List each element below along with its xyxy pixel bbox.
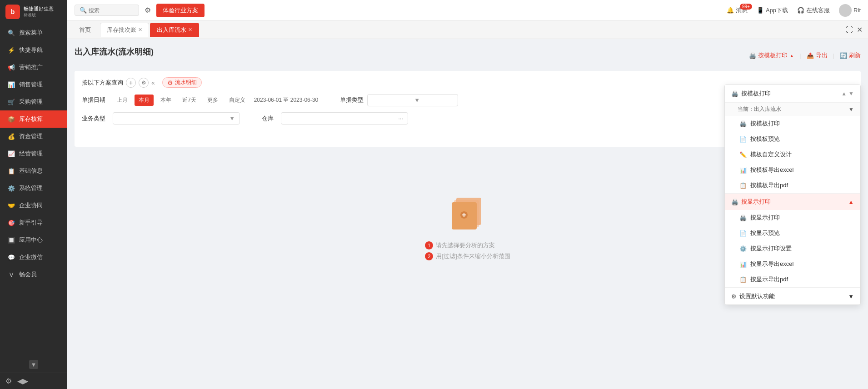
tip-num-1: 1 bbox=[425, 241, 433, 249]
empty-tip-2: 2 用[过滤]条件来缩小分析范围 bbox=[425, 252, 510, 260]
sidebar-collapse-button[interactable]: ◀▶ bbox=[17, 377, 28, 385]
app-download-button[interactable]: 📱 App下载 bbox=[757, 6, 788, 15]
notifications-button[interactable]: 🔔 消息 99+ bbox=[727, 6, 748, 15]
tip-text-1: 请先选择要分析的方案 bbox=[436, 241, 495, 249]
industry-btn[interactable]: 体验行业方案 bbox=[156, 4, 205, 17]
sidebar-item-label: 资金管理 bbox=[19, 132, 43, 140]
filter-add-button[interactable]: + bbox=[126, 78, 136, 88]
sidebar-item-label: 快捷导航 bbox=[19, 46, 43, 54]
chevron-down-icon: ▼ bbox=[414, 97, 453, 104]
sidebar-item-operation[interactable]: 📈 经营管理 bbox=[0, 145, 67, 162]
date-btn-more[interactable]: 更多 bbox=[203, 95, 222, 106]
sidebar-settings-button[interactable]: ⚙ bbox=[5, 377, 12, 385]
search-input[interactable] bbox=[89, 7, 134, 14]
chevron-down-dropdown[interactable]: ▼ bbox=[848, 90, 854, 97]
sidebar-item-search[interactable]: 🔍 搜索菜单 bbox=[0, 24, 67, 41]
pdf-icon: 📋 bbox=[739, 182, 747, 189]
chevron-up-dropdown[interactable]: ▲ bbox=[841, 90, 847, 97]
sidebar-item-enterprise[interactable]: 🤝 企业协同 bbox=[0, 197, 67, 214]
display-pdf-item[interactable]: 📋 按显示导出pdf bbox=[725, 272, 860, 287]
sidebar-item-guide[interactable]: 🎯 新手引导 bbox=[0, 214, 67, 231]
filter-settings-button[interactable]: ⚙ bbox=[139, 78, 149, 88]
empty-state-icon bbox=[445, 189, 490, 234]
dropdown-current-item[interactable]: 当前：出入库流水 ▼ bbox=[725, 103, 860, 116]
online-service-button[interactable]: 🎧 在线客服 bbox=[797, 6, 830, 15]
template-custom-item[interactable]: ✏️ 模板自定义设计 bbox=[725, 147, 860, 162]
tab-maximize-icon[interactable]: ⛶ bbox=[846, 26, 853, 34]
display-settings-item[interactable]: ⚙️ 按显示打印设置 bbox=[725, 241, 860, 256]
sidebar-item-marketing[interactable]: 📢 营销推广 bbox=[0, 59, 67, 76]
business-type-label: 业务类型 bbox=[82, 115, 105, 123]
purchase-icon: 🛒 bbox=[7, 98, 15, 106]
doc-type-field[interactable]: ▼ bbox=[367, 94, 458, 106]
display-section-header[interactable]: 🖨️ 按显示打印 ▲ bbox=[725, 194, 860, 210]
print-template-button[interactable]: 🖨️ 按模板打印 ▲ bbox=[749, 51, 794, 60]
printer-icon: 🖨️ bbox=[749, 52, 756, 59]
template-print-item[interactable]: 🖨️ 按模板打印 bbox=[725, 116, 860, 131]
tab-close-all-icon[interactable]: ✕ bbox=[857, 25, 863, 34]
main-content: 🔍 ⚙ 体验行业方案 🔔 消息 99+ 📱 App下载 🎧 在线客服 bbox=[67, 0, 868, 389]
filter-collapse-icon[interactable]: « bbox=[151, 79, 155, 86]
toolbar-separator2: | bbox=[833, 52, 834, 59]
inventory-icon: 📦 bbox=[7, 115, 15, 123]
date-btn-this-month[interactable]: 本月 bbox=[135, 95, 154, 106]
sidebar-item-label: 应用中心 bbox=[19, 236, 43, 244]
headset-icon: 🎧 bbox=[797, 7, 804, 14]
sidebar-item-sales[interactable]: 📊 销售管理 bbox=[0, 76, 67, 93]
sidebar-item-app-center[interactable]: 🔲 应用中心 bbox=[0, 231, 67, 249]
template-pdf-item[interactable]: 📋 按模板导出pdf bbox=[725, 178, 860, 193]
export-label: 导出 bbox=[816, 51, 828, 60]
sidebar-item-inventory[interactable]: 📦 库存核算 bbox=[0, 110, 67, 128]
doc-type-label: 单据类型 bbox=[340, 96, 364, 104]
sidebar-item-finance[interactable]: 💰 资金管理 bbox=[0, 128, 67, 145]
chevron-down-footer: ▼ bbox=[848, 293, 854, 300]
sidebar-item-purchase[interactable]: 🛒 采购管理 bbox=[0, 93, 67, 110]
dropdown-footer[interactable]: ⚙ 设置默认功能 ▼ bbox=[725, 288, 860, 304]
template-preview-item[interactable]: 📄 按模板预览 bbox=[725, 131, 860, 147]
tab-active-close[interactable]: ✕ bbox=[188, 27, 192, 33]
tip-num-2: 2 bbox=[425, 252, 433, 260]
operation-icon: 📈 bbox=[7, 150, 15, 158]
date-group: 上月 本月 本年 近7天 更多 自定义 2023-06-01 至 2023-06… bbox=[113, 95, 318, 106]
sidebar-item-basic[interactable]: 📋 基础信息 bbox=[0, 162, 67, 180]
display-excel-item[interactable]: 📊 按显示导出excel bbox=[725, 256, 860, 272]
search-box[interactable]: 🔍 bbox=[75, 5, 139, 16]
display-print-item[interactable]: 🖨️ 按显示打印 bbox=[725, 210, 860, 225]
filter-tag[interactable]: ⚙ 流水明细 bbox=[162, 77, 202, 88]
edit-icon: ✏️ bbox=[739, 151, 747, 158]
date-btn-custom[interactable]: 自定义 bbox=[225, 95, 249, 106]
topbar-settings-icon[interactable]: ⚙ bbox=[143, 4, 153, 16]
sidebar-item-wechat[interactable]: 💬 企业微信 bbox=[0, 249, 67, 266]
tab-batch[interactable]: 库存批次账 ✕ bbox=[100, 23, 149, 37]
chevron-up-icon: ▲ bbox=[789, 53, 794, 58]
settings-footer-icon: ⚙ bbox=[731, 293, 737, 300]
tab-active[interactable]: 出入库流水 ✕ bbox=[150, 23, 199, 37]
sidebar-item-label: 经营管理 bbox=[19, 150, 43, 158]
warehouse-field[interactable]: ··· bbox=[281, 112, 408, 125]
warehouse-label: 仓库 bbox=[262, 115, 274, 123]
sidebar-item-quick-nav[interactable]: ⚡ 快捷导航 bbox=[0, 41, 67, 59]
export-button[interactable]: 📤 导出 bbox=[807, 51, 828, 60]
date-btn-this-year[interactable]: 本年 bbox=[156, 95, 175, 106]
template-excel-item[interactable]: 📊 按模板导出excel bbox=[725, 162, 860, 178]
tab-home[interactable]: 首页 bbox=[73, 23, 97, 37]
print-icon: 🖨️ bbox=[731, 90, 738, 97]
refresh-button[interactable]: 🔄 刷新 bbox=[840, 51, 861, 60]
user-avatar-area[interactable]: Rit bbox=[839, 4, 861, 17]
dropdown-header: 🖨️ 按模板打印 ▲ ▼ bbox=[725, 85, 860, 103]
tab-batch-close[interactable]: ✕ bbox=[138, 27, 142, 33]
date-btn-last-month[interactable]: 上月 bbox=[113, 95, 132, 106]
filter-actions: 按以下方案查询 + ⚙ « bbox=[82, 78, 155, 88]
printer-icon3: 🖨️ bbox=[731, 199, 738, 205]
dropdown-arrows: ▲ ▼ bbox=[841, 90, 854, 97]
sidebar-scroll-down[interactable]: ▼ bbox=[29, 360, 38, 369]
sidebar-item-vip[interactable]: V 畅会员 bbox=[0, 266, 67, 283]
app-logo-icon: b bbox=[5, 5, 20, 19]
business-type-field[interactable]: ▼ bbox=[113, 112, 240, 125]
sidebar-item-label: 企业协同 bbox=[19, 201, 43, 209]
display-preview-item[interactable]: 📄 按显示预览 bbox=[725, 225, 860, 241]
sidebar-item-system[interactable]: ⚙️ 系统管理 bbox=[0, 180, 67, 197]
date-btn-7days[interactable]: 近7天 bbox=[178, 95, 200, 106]
toolbar-separator: | bbox=[799, 52, 801, 59]
sidebar-item-label: 销售管理 bbox=[19, 80, 43, 89]
